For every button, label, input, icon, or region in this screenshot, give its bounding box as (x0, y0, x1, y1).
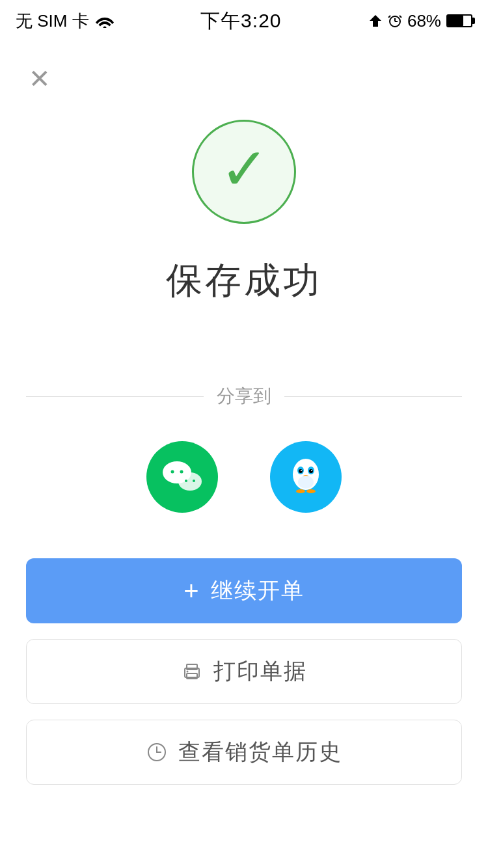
history-label: 查看销货单历史 (178, 737, 342, 767)
svg-point-8 (171, 470, 174, 474)
success-circle: ✓ (192, 120, 296, 224)
svg-point-7 (178, 472, 202, 491)
divider-right (284, 396, 462, 397)
status-left: 无 SIM 卡 (16, 10, 114, 33)
svg-point-0 (103, 27, 106, 29)
print-label: 打印单据 (213, 657, 307, 686)
wechat-logo-icon (160, 458, 204, 496)
svg-point-9 (180, 470, 183, 474)
svg-point-22 (306, 489, 316, 493)
svg-point-16 (309, 469, 313, 473)
svg-point-11 (193, 480, 195, 482)
print-icon (181, 660, 203, 683)
svg-point-21 (296, 489, 305, 493)
share-label: 分享到 (217, 384, 271, 409)
svg-point-17 (301, 470, 302, 471)
divider-left (26, 396, 204, 397)
plus-icon: + (183, 576, 200, 606)
history-icon (146, 741, 168, 763)
svg-point-18 (311, 470, 312, 471)
share-section: 分享到 (0, 384, 488, 513)
success-section: ✓ 保存成功 (0, 42, 488, 384)
svg-line-5 (400, 16, 401, 18)
status-right: 68% (368, 11, 472, 31)
history-button[interactable]: 查看销货单历史 (26, 720, 462, 785)
share-icons (26, 441, 462, 513)
svg-line-4 (388, 16, 390, 18)
continue-order-button[interactable]: + 继续开单 (26, 558, 462, 623)
share-divider: 分享到 (26, 384, 462, 409)
continue-order-label: 继续开单 (211, 576, 305, 606)
battery-percentage: 68% (407, 11, 441, 31)
wifi-icon (96, 14, 114, 28)
print-button[interactable]: 打印单据 (26, 639, 462, 704)
qq-share-button[interactable] (270, 441, 342, 513)
success-title: 保存成功 (166, 256, 322, 306)
svg-point-20 (298, 476, 314, 489)
close-button[interactable]: ✕ (23, 62, 56, 95)
svg-point-10 (185, 480, 187, 482)
action-buttons: + 继续开单 打印单据 (0, 558, 488, 785)
check-icon: ✓ (220, 140, 269, 198)
svg-point-26 (187, 671, 189, 673)
location-icon (368, 14, 383, 28)
main-content: ✕ ✓ 保存成功 分享到 (0, 42, 488, 868)
sim-status: 无 SIM 卡 (16, 10, 89, 33)
qq-logo-icon (285, 454, 327, 500)
svg-point-15 (299, 469, 303, 473)
close-icon: ✕ (29, 66, 51, 92)
battery-icon (446, 14, 472, 27)
alarm-icon (388, 14, 402, 28)
status-time: 下午3:20 (200, 8, 281, 34)
wechat-share-button[interactable] (146, 441, 218, 513)
status-bar: 无 SIM 卡 下午3:20 68% (0, 0, 488, 42)
